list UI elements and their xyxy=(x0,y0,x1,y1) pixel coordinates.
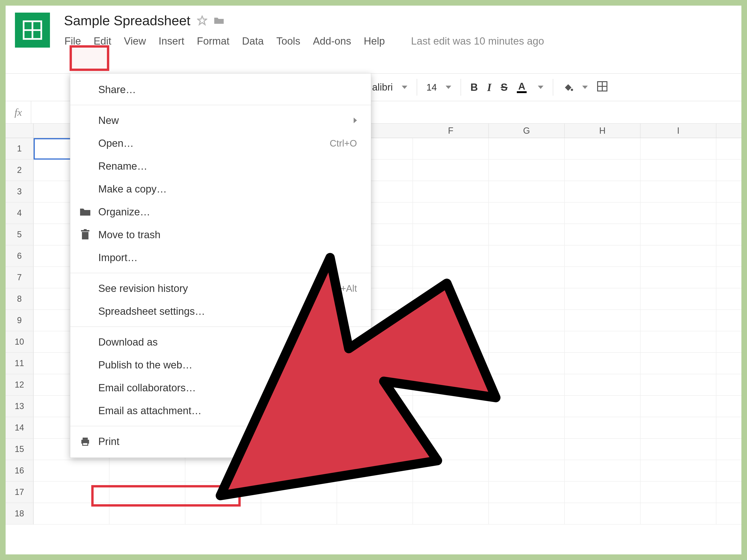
menu-item-rename[interactable]: Rename… xyxy=(70,155,371,178)
cell[interactable] xyxy=(413,374,489,396)
cell[interactable] xyxy=(565,288,641,310)
cell[interactable] xyxy=(413,482,489,503)
cell[interactable] xyxy=(641,310,716,331)
menu-item-import[interactable]: Import… xyxy=(70,246,371,269)
cell[interactable] xyxy=(489,396,565,417)
cell[interactable] xyxy=(489,160,565,181)
cell[interactable] xyxy=(565,396,641,417)
cell[interactable] xyxy=(641,245,716,267)
cell[interactable] xyxy=(716,353,741,374)
cell[interactable] xyxy=(489,503,565,525)
cell[interactable] xyxy=(565,353,641,374)
menu-format[interactable]: Format xyxy=(196,34,230,48)
row-header[interactable]: 1 xyxy=(6,138,34,160)
menu-item-download-as[interactable]: Download as xyxy=(70,331,371,353)
cell[interactable] xyxy=(565,138,641,160)
cell[interactable] xyxy=(489,310,565,331)
cell[interactable] xyxy=(565,160,641,181)
cell[interactable] xyxy=(413,353,489,374)
cell[interactable] xyxy=(716,310,741,331)
cell[interactable] xyxy=(489,245,565,267)
select-all-corner[interactable] xyxy=(6,124,34,138)
cell[interactable] xyxy=(413,203,489,224)
cell[interactable] xyxy=(185,460,261,482)
menu-tools[interactable]: Tools xyxy=(276,34,301,48)
row-header[interactable]: 9 xyxy=(6,310,34,331)
cell[interactable] xyxy=(489,288,565,310)
cell[interactable] xyxy=(565,374,641,396)
cell[interactable] xyxy=(565,245,641,267)
menu-item-email-collaborators[interactable]: Email collaborators… xyxy=(70,376,371,399)
cell[interactable] xyxy=(641,374,716,396)
row-header[interactable]: 15 xyxy=(6,439,34,460)
menu-item-new[interactable]: New xyxy=(70,109,371,132)
cell[interactable] xyxy=(641,439,716,460)
menu-item-email-as-attachment[interactable]: Email as attachment… xyxy=(70,399,371,422)
cell[interactable] xyxy=(413,224,489,245)
cell[interactable] xyxy=(413,160,489,181)
cell[interactable] xyxy=(716,203,741,224)
cell[interactable] xyxy=(109,482,185,503)
cell[interactable] xyxy=(565,224,641,245)
menu-item-move-to-trash[interactable]: Move to trash xyxy=(70,223,371,246)
cell[interactable] xyxy=(641,181,716,203)
cell[interactable] xyxy=(413,245,489,267)
cell[interactable] xyxy=(489,374,565,396)
column-header[interactable]: G xyxy=(489,124,565,138)
cell[interactable] xyxy=(716,267,741,288)
row-header[interactable]: 16 xyxy=(6,460,34,482)
row-header[interactable]: 5 xyxy=(6,224,34,245)
cell[interactable] xyxy=(716,417,741,439)
row-header[interactable]: 10 xyxy=(6,331,34,353)
menu-item-publish-web[interactable]: Publish to the web… xyxy=(70,353,371,376)
menu-item-share[interactable]: Share… xyxy=(70,78,371,101)
cell[interactable] xyxy=(413,439,489,460)
row-header[interactable]: 17 xyxy=(6,482,34,503)
cell[interactable] xyxy=(641,353,716,374)
cell[interactable] xyxy=(413,460,489,482)
cell[interactable] xyxy=(489,417,565,439)
cell[interactable] xyxy=(413,288,489,310)
cell[interactable] xyxy=(641,288,716,310)
cell[interactable] xyxy=(641,224,716,245)
menu-file[interactable]: File xyxy=(64,34,81,48)
cell[interactable] xyxy=(565,460,641,482)
menu-view[interactable]: View xyxy=(124,34,147,48)
cell[interactable] xyxy=(641,203,716,224)
cell[interactable] xyxy=(261,503,337,525)
cell[interactable] xyxy=(716,160,741,181)
cell[interactable] xyxy=(716,224,741,245)
cell[interactable] xyxy=(716,460,741,482)
row-header[interactable]: 14 xyxy=(6,417,34,439)
cell[interactable] xyxy=(641,396,716,417)
strikethrough-button[interactable]: S xyxy=(501,81,508,93)
cell[interactable] xyxy=(261,460,337,482)
column-header[interactable]: I xyxy=(641,124,716,138)
column-header[interactable]: H xyxy=(565,124,641,138)
row-header[interactable]: 11 xyxy=(6,353,34,374)
row-header[interactable]: 3 xyxy=(6,181,34,203)
italic-button[interactable]: I xyxy=(487,81,491,94)
folder-icon[interactable] xyxy=(214,16,224,25)
cell[interactable] xyxy=(337,460,413,482)
row-header[interactable]: 6 xyxy=(6,245,34,267)
cell[interactable] xyxy=(565,503,641,525)
cell[interactable] xyxy=(489,439,565,460)
row-header[interactable]: 18 xyxy=(6,503,34,525)
row-header[interactable]: 2 xyxy=(6,160,34,181)
cell[interactable] xyxy=(716,245,741,267)
bold-button[interactable]: B xyxy=(470,81,478,93)
cell[interactable] xyxy=(716,439,741,460)
column-header[interactable]: F xyxy=(413,124,489,138)
menu-item-print[interactable]: Print Ctrl+P xyxy=(70,430,371,453)
cell[interactable] xyxy=(716,396,741,417)
cell[interactable] xyxy=(641,503,716,525)
menu-help[interactable]: Help xyxy=(363,34,385,48)
cell[interactable] xyxy=(489,203,565,224)
cell[interactable] xyxy=(489,224,565,245)
cell[interactable] xyxy=(261,482,337,503)
cell[interactable] xyxy=(489,353,565,374)
menu-insert[interactable]: Insert xyxy=(158,34,185,48)
cell[interactable] xyxy=(413,417,489,439)
menu-item-revision-history[interactable]: See revision history Ctrl+Alt xyxy=(70,277,371,300)
